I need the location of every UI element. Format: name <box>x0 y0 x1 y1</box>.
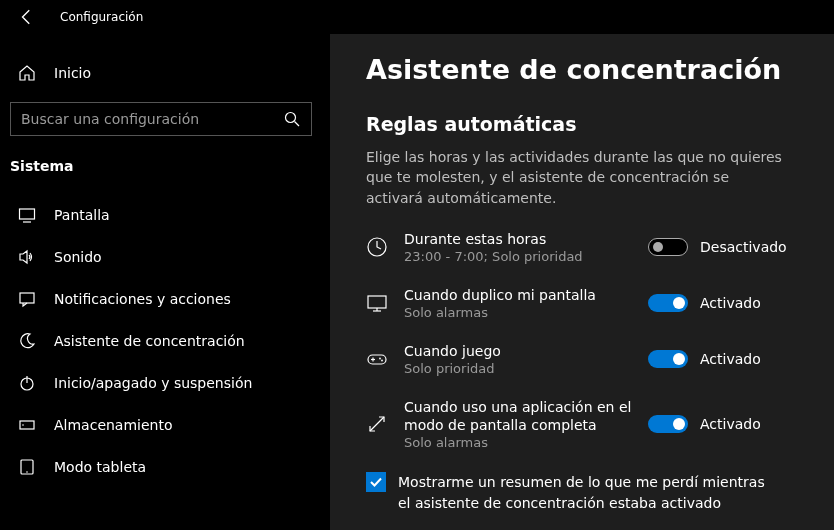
sidebar-item-label: Almacenamiento <box>54 417 173 433</box>
sidebar-item-sonido[interactable]: Sonido <box>0 236 330 278</box>
summary-row: Mostrarme un resumen de lo que me perdí … <box>366 472 798 513</box>
rule-title: Cuando juego <box>404 342 632 361</box>
arrow-left-icon <box>18 8 36 26</box>
sidebar-item-label: Asistente de concentración <box>54 333 245 349</box>
body: Inicio Buscar una configuración Sistema … <box>0 34 834 530</box>
rule-gaming[interactable]: Cuando juego Solo prioridad Activado <box>366 342 798 376</box>
check-icon <box>369 475 383 489</box>
sidebar-item-almacenamiento[interactable]: Almacenamiento <box>0 404 330 446</box>
section-desc: Elige las horas y las actividades durant… <box>366 147 786 208</box>
sidebar-item-label: Notificaciones y acciones <box>54 291 231 307</box>
tablet-icon <box>18 458 36 476</box>
svg-point-0 <box>286 113 296 123</box>
sidebar: Inicio Buscar una configuración Sistema … <box>0 34 330 530</box>
toggle-wrap: Activado <box>648 415 798 433</box>
storage-icon <box>18 416 36 434</box>
sound-icon <box>18 248 36 266</box>
rule-sub: Solo alarmas <box>404 305 632 320</box>
window-header: Configuración <box>0 0 834 34</box>
svg-point-8 <box>22 424 24 426</box>
toggle-wrap: Activado <box>648 350 798 368</box>
sidebar-item-label: Pantalla <box>54 207 110 223</box>
toggle-duplicate[interactable] <box>648 294 688 312</box>
sidebar-item-label: Sonido <box>54 249 102 265</box>
svg-point-19 <box>381 359 383 361</box>
search-input[interactable]: Buscar una configuración <box>10 102 312 136</box>
settings-window: Configuración Inicio Buscar una configur… <box>0 0 834 530</box>
fullscreen-icon <box>366 413 388 435</box>
sidebar-home[interactable]: Inicio <box>0 54 330 92</box>
toggle-fullscreen[interactable] <box>648 415 688 433</box>
toggle-wrap: Desactivado <box>648 238 798 256</box>
toggle-label: Desactivado <box>700 239 787 255</box>
home-icon <box>18 64 36 82</box>
sidebar-group-title: Sistema <box>0 154 330 194</box>
search-placeholder: Buscar una configuración <box>21 111 283 127</box>
sidebar-item-asistente[interactable]: Asistente de concentración <box>0 320 330 362</box>
window-title: Configuración <box>60 10 143 24</box>
sidebar-item-notificaciones[interactable]: Notificaciones y acciones <box>0 278 330 320</box>
svg-rect-4 <box>20 293 34 303</box>
toggle-hours[interactable] <box>648 238 688 256</box>
rule-text: Cuando juego Solo prioridad <box>404 342 632 376</box>
display-icon <box>18 206 36 224</box>
rule-sub: Solo alarmas <box>404 435 632 450</box>
svg-rect-12 <box>368 296 386 308</box>
search-wrap: Buscar una configuración <box>0 92 330 154</box>
main-content: Asistente de concentración Reglas automá… <box>330 34 834 530</box>
rule-title: Durante estas horas <box>404 230 632 249</box>
rule-sub: Solo prioridad <box>404 361 632 376</box>
rule-text: Cuando uso una aplicación en el modo de … <box>404 398 632 451</box>
rule-fullscreen[interactable]: Cuando uso una aplicación en el modo de … <box>366 398 798 451</box>
moon-icon <box>18 332 36 350</box>
toggle-gaming[interactable] <box>648 350 688 368</box>
back-button[interactable] <box>18 8 36 26</box>
toggle-label: Activado <box>700 416 761 432</box>
clock-icon <box>366 236 388 258</box>
rule-hours[interactable]: Durante estas horas 23:00 - 7:00; Solo p… <box>366 230 798 264</box>
toggle-label: Activado <box>700 351 761 367</box>
sidebar-home-label: Inicio <box>54 65 91 81</box>
monitor-icon <box>366 292 388 314</box>
sidebar-item-label: Inicio/apagado y suspensión <box>54 375 252 391</box>
svg-rect-15 <box>368 355 386 364</box>
sidebar-item-tableta[interactable]: Modo tableta <box>0 446 330 488</box>
rule-duplicate-display[interactable]: Cuando duplico mi pantalla Solo alarmas … <box>366 286 798 320</box>
rule-sub: 23:00 - 7:00; Solo prioridad <box>404 249 632 264</box>
svg-point-10 <box>26 471 28 473</box>
svg-rect-2 <box>20 209 35 219</box>
rule-text: Cuando duplico mi pantalla Solo alarmas <box>404 286 632 320</box>
summary-checkbox[interactable] <box>366 472 386 492</box>
rule-title: Cuando uso una aplicación en el modo de … <box>404 398 632 436</box>
page-title: Asistente de concentración <box>366 54 798 85</box>
rule-text: Durante estas horas 23:00 - 7:00; Solo p… <box>404 230 632 264</box>
rule-title: Cuando duplico mi pantalla <box>404 286 632 305</box>
sidebar-item-energia[interactable]: Inicio/apagado y suspensión <box>0 362 330 404</box>
power-icon <box>18 374 36 392</box>
sidebar-item-pantalla[interactable]: Pantalla <box>0 194 330 236</box>
search-icon <box>283 110 301 128</box>
sidebar-nav: Pantalla Sonido Notificaciones y accione… <box>0 194 330 488</box>
summary-text: Mostrarme un resumen de lo que me perdí … <box>398 472 778 513</box>
toggle-label: Activado <box>700 295 761 311</box>
svg-point-18 <box>379 357 381 359</box>
svg-line-1 <box>295 122 300 127</box>
section-title: Reglas automáticas <box>366 113 798 135</box>
gamepad-icon <box>366 348 388 370</box>
toggle-wrap: Activado <box>648 294 798 312</box>
svg-rect-7 <box>20 421 34 429</box>
sidebar-item-label: Modo tableta <box>54 459 146 475</box>
message-icon <box>18 290 36 308</box>
